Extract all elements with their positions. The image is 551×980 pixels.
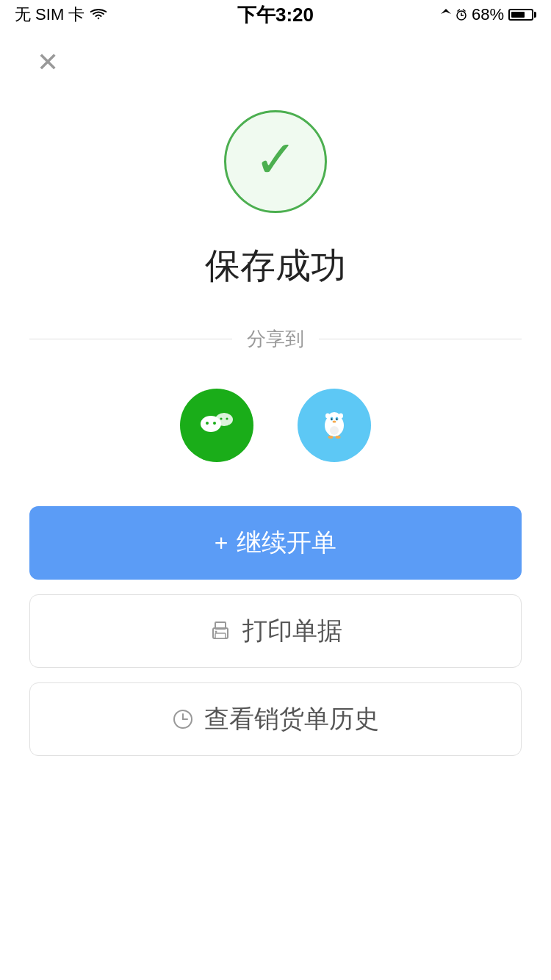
qq-share-button[interactable] <box>298 389 371 462</box>
no-sim-text: 无 SIM 卡 <box>15 4 84 26</box>
svg-rect-24 <box>215 633 226 638</box>
svg-point-4 <box>215 413 233 426</box>
continue-order-button[interactable]: + 继续开单 <box>29 506 522 580</box>
status-left: 无 SIM 卡 <box>15 4 107 26</box>
share-icons-row <box>180 389 371 462</box>
qq-icon <box>312 403 356 447</box>
history-button[interactable]: 查看销货单历史 <box>29 682 522 756</box>
continue-order-label: 继续开单 <box>237 526 336 560</box>
wifi-icon <box>90 9 107 21</box>
history-icon <box>172 708 194 730</box>
svg-point-17 <box>330 426 339 435</box>
history-label: 查看销货单历史 <box>204 702 379 736</box>
status-right: 68% <box>441 5 536 24</box>
action-buttons: + 继续开单 打印单据 查看销货单历史 <box>29 506 522 756</box>
close-icon: ✕ <box>37 49 59 76</box>
svg-point-21 <box>339 414 343 419</box>
svg-point-19 <box>336 436 341 439</box>
alarm-icon <box>455 9 467 21</box>
divider-left <box>29 339 232 339</box>
svg-point-5 <box>206 422 209 425</box>
svg-point-7 <box>220 417 222 419</box>
svg-point-8 <box>226 417 228 419</box>
status-bar: 无 SIM 卡 下午3:20 68% <box>0 0 551 29</box>
checkmark-icon: ✓ <box>254 134 298 185</box>
print-icon <box>209 619 232 643</box>
success-circle: ✓ <box>224 110 327 213</box>
print-button[interactable]: 打印单据 <box>29 594 522 668</box>
success-title: 保存成功 <box>205 242 346 289</box>
battery-icon <box>508 9 536 21</box>
close-button-area: ✕ <box>29 44 522 81</box>
svg-point-15 <box>333 421 336 423</box>
svg-point-6 <box>213 422 216 425</box>
share-divider: 分享到 <box>29 326 522 352</box>
location-icon <box>441 9 451 21</box>
plus-icon: + <box>215 530 228 557</box>
svg-point-25 <box>215 631 217 633</box>
wechat-share-button[interactable] <box>180 389 253 462</box>
svg-point-13 <box>331 419 333 420</box>
battery-percent: 68% <box>472 5 504 24</box>
share-label: 分享到 <box>247 326 304 352</box>
print-label: 打印单据 <box>242 614 342 648</box>
main-content: ✕ ✓ 保存成功 分享到 <box>0 29 551 785</box>
wechat-icon <box>195 403 239 447</box>
svg-point-20 <box>325 414 330 419</box>
close-button[interactable]: ✕ <box>29 44 66 81</box>
svg-point-18 <box>328 436 334 439</box>
svg-point-14 <box>336 419 338 420</box>
status-time: 下午3:20 <box>237 2 314 28</box>
divider-right <box>319 339 522 339</box>
